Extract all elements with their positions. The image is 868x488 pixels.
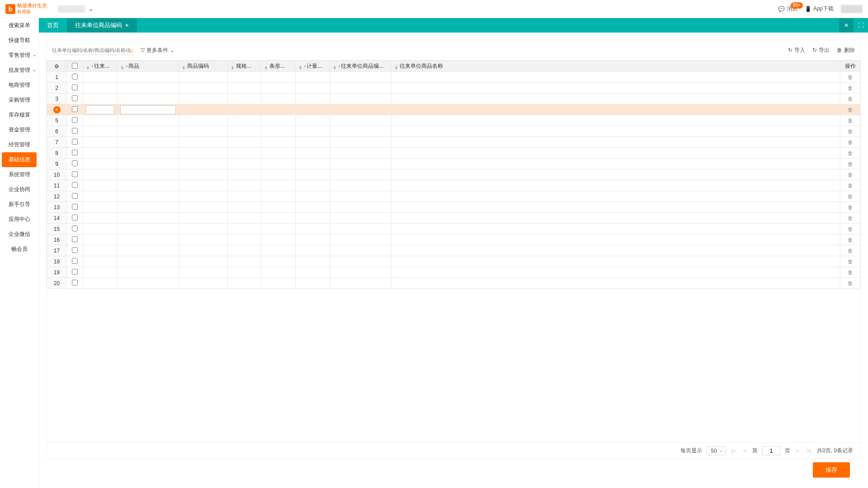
cell[interactable] xyxy=(228,137,261,148)
cell[interactable] xyxy=(83,278,118,289)
cell[interactable] xyxy=(228,245,261,256)
delete-row-icon[interactable]: 🗑 xyxy=(848,74,853,80)
messages-button[interactable]: 💬 消息 99+ xyxy=(778,5,797,13)
cell[interactable] xyxy=(330,83,392,94)
table-row[interactable]: 15🗑 xyxy=(47,224,860,235)
cell[interactable] xyxy=(330,126,392,137)
cell[interactable] xyxy=(296,191,330,202)
cell[interactable] xyxy=(83,235,118,245)
cell[interactable] xyxy=(83,191,118,202)
cell[interactable] xyxy=(261,235,296,245)
cell[interactable] xyxy=(392,169,840,180)
cell[interactable] xyxy=(261,213,296,224)
table-row[interactable]: 13🗑 xyxy=(47,202,860,213)
cell[interactable] xyxy=(83,115,118,126)
table-row[interactable]: 8🗑 xyxy=(47,148,860,159)
cell[interactable] xyxy=(228,72,261,83)
cell[interactable] xyxy=(296,94,330,104)
cell[interactable] xyxy=(296,180,330,191)
cell[interactable] xyxy=(228,94,261,104)
cell-input[interactable] xyxy=(86,105,114,114)
page-input[interactable] xyxy=(762,446,780,455)
cell[interactable] xyxy=(118,180,179,191)
cell[interactable] xyxy=(392,256,840,267)
cell[interactable] xyxy=(330,180,392,191)
cell[interactable] xyxy=(179,267,228,278)
data-table-wrap[interactable]: ⚙ ▲▼往来...▲▼商品▲▼商品编码▲▼规格...▲▼条形...▲▼计量...… xyxy=(47,60,860,442)
sidebar-item[interactable]: 企业微信 xyxy=(0,227,38,242)
delete-row-icon[interactable]: 🗑 xyxy=(848,258,853,265)
delete-row-icon[interactable]: 🗑 xyxy=(848,172,853,178)
cell[interactable] xyxy=(296,235,330,245)
sidebar-item[interactable]: 企业协同 xyxy=(0,182,38,197)
cell[interactable] xyxy=(83,83,118,94)
cell[interactable] xyxy=(228,126,261,137)
cell[interactable] xyxy=(228,267,261,278)
cell[interactable] xyxy=(83,126,118,137)
cell[interactable] xyxy=(228,83,261,94)
delete-row-icon[interactable]: 🗑 xyxy=(848,96,853,102)
table-row[interactable]: 14🗑 xyxy=(47,213,860,224)
cell[interactable] xyxy=(296,278,330,289)
column-header[interactable]: ▲▼往来... xyxy=(83,61,118,72)
cell[interactable] xyxy=(179,94,228,104)
add-row-button[interactable]: + xyxy=(53,106,61,113)
cell[interactable] xyxy=(330,94,392,104)
cell[interactable] xyxy=(261,126,296,137)
table-row[interactable]: 7🗑 xyxy=(47,137,860,148)
cell[interactable] xyxy=(330,267,392,278)
cell[interactable] xyxy=(261,256,296,267)
cell[interactable] xyxy=(261,191,296,202)
cell[interactable] xyxy=(179,224,228,235)
sidebar-item[interactable]: 畅会员 xyxy=(0,242,38,257)
cell[interactable] xyxy=(118,126,179,137)
cell[interactable] xyxy=(261,83,296,94)
cell[interactable] xyxy=(228,191,261,202)
cell[interactable] xyxy=(118,137,179,148)
last-page-button[interactable]: >| xyxy=(805,448,812,454)
column-header[interactable]: ▲▼往来单位商品名称 xyxy=(392,61,840,72)
cell[interactable] xyxy=(392,137,840,148)
cell[interactable] xyxy=(228,159,261,169)
column-header[interactable]: ▲▼条形... xyxy=(261,61,296,72)
cell[interactable] xyxy=(261,159,296,169)
table-row[interactable]: 20🗑 xyxy=(47,278,860,289)
more-conditions-button[interactable]: ▽ 更多条件 ⌄ xyxy=(141,47,175,54)
sidebar-item[interactable]: 采购管理 xyxy=(0,93,38,108)
sidebar-item[interactable]: 资金管理 xyxy=(0,122,38,137)
cell[interactable] xyxy=(179,72,228,83)
delete-row-icon[interactable]: 🗑 xyxy=(848,226,853,232)
sidebar-item[interactable]: 基础信息 xyxy=(2,152,37,167)
row-checkbox[interactable] xyxy=(72,236,78,242)
cell[interactable] xyxy=(392,245,840,256)
delete-row-icon[interactable]: 🗑 xyxy=(848,204,853,211)
cell[interactable] xyxy=(228,115,261,126)
cell[interactable] xyxy=(118,267,179,278)
cell[interactable] xyxy=(392,213,840,224)
cell[interactable] xyxy=(330,104,392,115)
cell[interactable] xyxy=(118,202,179,213)
cell[interactable] xyxy=(228,224,261,235)
cell[interactable] xyxy=(118,72,179,83)
delete-row-icon[interactable]: 🗑 xyxy=(848,193,853,200)
search-icon[interactable]: ⌕ xyxy=(130,47,133,54)
cell[interactable] xyxy=(179,213,228,224)
cell[interactable] xyxy=(261,148,296,159)
delete-row-icon[interactable]: 🗑 xyxy=(848,107,853,113)
cell[interactable] xyxy=(118,83,179,94)
cell[interactable] xyxy=(83,213,118,224)
row-checkbox[interactable] xyxy=(72,258,78,264)
row-checkbox[interactable] xyxy=(72,128,78,134)
cell[interactable] xyxy=(392,115,840,126)
cell[interactable] xyxy=(296,267,330,278)
delete-row-icon[interactable]: 🗑 xyxy=(848,280,853,286)
sidebar-item[interactable]: 快捷导航 xyxy=(0,33,38,48)
export-button[interactable]: ↻ 导出 xyxy=(812,47,830,54)
cell[interactable] xyxy=(179,202,228,213)
cell[interactable] xyxy=(392,94,840,104)
org-selector[interactable]: ⌄ xyxy=(58,5,93,13)
row-checkbox[interactable] xyxy=(72,117,78,123)
cell[interactable] xyxy=(330,72,392,83)
cell[interactable] xyxy=(392,148,840,159)
row-checkbox[interactable] xyxy=(72,150,78,155)
